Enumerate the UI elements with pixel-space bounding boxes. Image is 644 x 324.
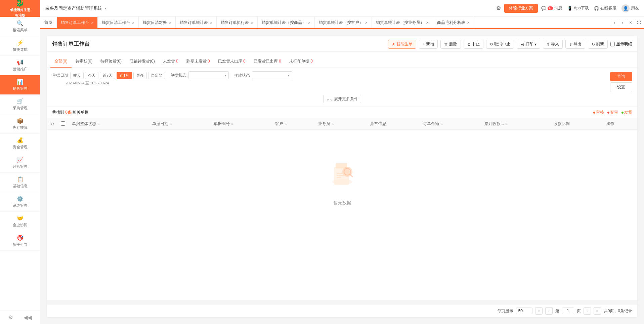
add-button[interactable]: + 新增: [419, 40, 438, 49]
sub-tab-pending-review[interactable]: 待审核(0): [72, 56, 97, 68]
doc-status-sort-icon[interactable]: ⇅: [97, 122, 100, 126]
tab-sales-product-close[interactable]: ✕: [308, 21, 310, 25]
date-btn-yesterday[interactable]: 昨天: [70, 72, 84, 79]
tab-home[interactable]: 首页: [40, 17, 57, 29]
cumulative-sort-icon[interactable]: ⇅: [505, 122, 508, 126]
filter-settings-button[interactable]: 设置: [610, 82, 632, 92]
settings-bottom-icon[interactable]: ⚙: [8, 314, 13, 321]
sub-tab-pending-inspect[interactable]: 待择验货(0): [96, 56, 126, 68]
tab-sales-stats-close[interactable]: ✕: [210, 21, 212, 25]
cancel-stop-button[interactable]: ↺ 取消中止: [486, 40, 514, 49]
expand-filter-button[interactable]: ⌄⌄ 展开更多条件: [323, 95, 361, 103]
horizontal-scrollbar[interactable]: [47, 300, 637, 304]
receipt-select[interactable]: [252, 71, 292, 79]
status-select[interactable]: [188, 71, 229, 79]
tab-daily-reconcile-close[interactable]: ✕: [169, 21, 171, 25]
tab-sales-stats[interactable]: 销售订单统计表 ✕: [176, 17, 217, 29]
last-page-btn[interactable]: »: [594, 307, 601, 315]
first-page-btn[interactable]: «: [535, 307, 543, 315]
tab-sales-customer-close[interactable]: ✕: [365, 21, 368, 25]
prev-page-btn[interactable]: ‹: [545, 307, 553, 315]
page-size-select[interactable]: 50 100 200: [516, 308, 532, 314]
sidebar-item-sales[interactable]: 📊 销售管理: [0, 75, 40, 95]
cancel-approve-action-btn[interactable]: 弃审: [607, 110, 618, 115]
date-btn-7days[interactable]: 近7天: [100, 72, 115, 79]
tab-maximize[interactable]: ⛶: [635, 19, 642, 26]
stop-button[interactable]: ⊘ 中止: [464, 40, 483, 49]
sub-tab-shipped-not-out[interactable]: 已发货未出库 0: [214, 56, 250, 68]
sub-tab-all[interactable]: 全部(0): [50, 56, 72, 68]
tab-sales-exec-close[interactable]: ✕: [251, 21, 253, 25]
tab-daily-reconcile[interactable]: 钱货日清对账 ✕: [139, 17, 176, 29]
staff-sort-icon[interactable]: ⇅: [331, 122, 334, 126]
sidebar-item-operation[interactable]: 📈 经营管理: [0, 153, 40, 173]
tab-sales-product[interactable]: 销货单统计表（按商品） ✕: [258, 17, 315, 29]
app-download-button[interactable]: 📱 App下载: [567, 5, 589, 11]
approve-action-btn[interactable]: 审核: [593, 110, 604, 115]
sidebar-item-marketing[interactable]: 📢 营销推广: [0, 56, 40, 75]
collapse-icon[interactable]: ◀◀: [24, 314, 32, 321]
page-input[interactable]: [562, 308, 574, 314]
doc-date-sort-icon[interactable]: ⇅: [169, 122, 172, 126]
tab-sales-workbench-close[interactable]: ✕: [91, 21, 93, 25]
tab-sales-customer[interactable]: 销货单统计表（按客户） ✕: [315, 17, 372, 29]
import-button[interactable]: ⇑ 导入: [543, 40, 563, 49]
sidebar-item-guide[interactable]: 🎯 新手引导: [0, 231, 40, 251]
sidebar-item-purchase[interactable]: 🛒 采购管理: [0, 95, 40, 114]
sub-tab-wangpu-ship[interactable]: 旺铺待发货(0): [126, 56, 159, 68]
tab-gross-profit[interactable]: 商品毛利分析表 ✕: [433, 17, 474, 29]
sidebar-item-system[interactable]: ⚙️ 系统管理: [0, 192, 40, 212]
tab-daily-clear[interactable]: 钱货日清工作台 ✕: [98, 17, 139, 29]
sidebar-item-nav[interactable]: ⚡ 快捷导航: [0, 36, 40, 56]
tab-sales-staff[interactable]: 销货单统计表（按业务员） ✕: [372, 17, 433, 29]
sidebar-item-basic[interactable]: 📋 基础信息: [0, 173, 40, 192]
tab-close-all[interactable]: ✕: [627, 19, 634, 26]
tab-sales-exec[interactable]: 销售订单执行表 ✕: [217, 17, 258, 29]
solution-button[interactable]: 体验行业方案: [504, 4, 538, 13]
sidebar-item-finance[interactable]: 💰 资金管理: [0, 134, 40, 153]
tab-sales-workbench[interactable]: 销售订单工作台 ✕: [57, 17, 98, 29]
empty-svg: [326, 157, 359, 190]
user-icon: 👤: [623, 6, 628, 11]
refresh-button[interactable]: ↻ 刷新: [588, 40, 608, 49]
export-button[interactable]: ⇓ 导出: [565, 40, 585, 49]
tab-daily-clear-close[interactable]: ✕: [132, 21, 134, 25]
user-button[interactable]: 👤 用友: [621, 4, 639, 12]
doc-number-sort-icon[interactable]: ⇅: [231, 122, 233, 126]
sidebar-item-search[interactable]: 🔍 搜索菜单: [0, 17, 40, 36]
sub-tab-unshipped[interactable]: 未发货 0: [159, 56, 182, 68]
show-detail-checkbox[interactable]: [610, 42, 615, 46]
order-amount-sort-icon[interactable]: ⇅: [440, 122, 443, 126]
select-all-checkbox[interactable]: [61, 121, 65, 126]
tab-scroll-left[interactable]: ‹: [611, 19, 618, 26]
ship-action-btn[interactable]: 发货: [621, 110, 632, 115]
tab-gross-profit-close[interactable]: ✕: [467, 21, 470, 25]
print-button[interactable]: 🖨 打印 ▾: [517, 40, 540, 49]
tab-sales-staff-close[interactable]: ✕: [426, 21, 429, 25]
date-btn-today[interactable]: 今天: [85, 72, 98, 79]
next-page-btn[interactable]: ›: [584, 307, 591, 315]
sub-tab-shipped-out[interactable]: 已发货已出库 0: [250, 56, 285, 68]
sub-tab-overdue-ship[interactable]: 到期未发货 0: [182, 56, 214, 68]
show-detail-label[interactable]: 显示明细: [610, 41, 632, 47]
sub-tab-unprinted[interactable]: 未打印单据 0: [285, 56, 317, 68]
date-btn-custom[interactable]: 自定义: [148, 72, 165, 79]
topbar-dropdown-icon[interactable]: ▾: [105, 6, 106, 10]
tab-scroll-right[interactable]: ›: [619, 19, 626, 26]
customer-sort-icon[interactable]: ⇅: [284, 122, 287, 126]
query-button[interactable]: 查询: [610, 72, 632, 81]
delete-button[interactable]: 🗑 删除: [440, 40, 461, 49]
smart-btn[interactable]: ★ 智能生单: [388, 40, 416, 49]
date-btn-1month[interactable]: 近1月: [117, 72, 132, 79]
th-anomaly: 异常信息: [367, 118, 420, 130]
sidebar-item-purchase-label: 采购管理: [13, 106, 28, 111]
sidebar-item-collab[interactable]: 🤝 企业协同: [0, 212, 40, 231]
date-btn-more[interactable]: 更多: [133, 72, 147, 79]
sidebar-item-inventory[interactable]: 📦 库存核算: [0, 114, 40, 134]
content-wrapper: 销售订单工作台 ★ 智能生单 + 新增 🗑 删除 ⊘: [47, 36, 637, 317]
online-service-button[interactable]: 🎧 在线客服: [594, 5, 616, 11]
column-settings-icon[interactable]: ⚙: [50, 122, 54, 126]
filter-status-item: 单据状态: [170, 71, 229, 79]
message-button[interactable]: 💬 6 消息: [541, 5, 562, 11]
topbar-settings-icon[interactable]: ⚙: [496, 5, 501, 11]
